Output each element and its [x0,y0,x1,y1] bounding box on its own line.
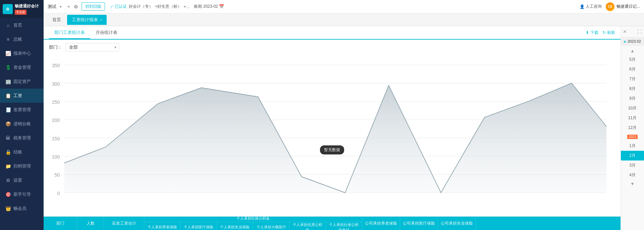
tab-close-icon[interactable]: × [100,18,102,22]
home-icon: ⌂ [5,22,11,28]
topbar-period-label: 账期 2023-02 📅 [194,4,224,9]
close-period-icon: 🔒 [5,149,11,155]
right-panel-header: ✕ ⛶ [621,26,644,37]
filter-bar: 部门： 全部 销售部 财务部 行政部 技术部 ▾ [44,40,621,55]
chart-tooltip: 暂无数据 [320,145,344,154]
right-panel: ✕ ⛶ ◈ 2023.02 ▲ 5月 6月 7月 8月 9月 10月 11月 1… [621,26,644,230]
home-tab-label: 首页 [52,17,61,23]
month-6[interactable]: 6月 [621,64,644,74]
topbar-actions: ＋ ⚙ [66,4,78,10]
month-9[interactable]: 9月 [621,94,644,103]
col-personal-pension: 个人承担养老保险 [144,222,180,230]
reports-icon: 📈 [5,51,11,56]
refresh-icon: ↻ [602,30,606,35]
col-count: 人数 [77,217,104,230]
subtab-dept[interactable]: 部门工资统计表 [49,27,90,39]
guide-icon: 🎯 [5,192,11,197]
table-footer: 部门 人数 应发工资合计 个人承担社保公积金 个人承担养老保险 个人承担医疗保险… [44,217,621,230]
salary-icon: 📋 [5,93,11,98]
app-logo-icon: 会 [3,4,13,14]
dept-select[interactable]: 全部 销售部 财务部 行政部 技术部 [65,43,119,51]
year-badge: 2023 [627,135,637,139]
col-total-salary: 应发工资合计 [104,217,144,230]
user-menu[interactable]: CE 畅捷通日记... [606,2,640,11]
help-icon: 👤 [580,4,585,9]
main-area: 测试 ▾ ＋ ⚙ 切到旧版 ✓ 已认证 好会计（专） +好生意（标） +... … [44,0,644,230]
sidebar-item-invoice[interactable]: 🧾 发票管理 [0,103,44,117]
svg-text:300: 300 [52,81,60,86]
sidebar-item-salary[interactable]: 📋 工资 [0,89,44,103]
month-2[interactable]: 2月 [621,151,644,160]
username-label: 畅捷通日记... [616,4,640,9]
month-7[interactable]: 7月 [621,74,644,84]
topbar-settings-icon[interactable]: ⚙ [74,4,78,9]
content-area: 部门工资统计表 月份统计表 ⬇ 下载 ↻ 刷新 [44,26,621,230]
topbar-dropdown-arrow[interactable]: ▾ [60,4,62,9]
month-5[interactable]: 5月 [621,55,644,64]
chart-area: 350 300 250 200 150 100 50 0 [44,55,621,217]
date-icon: ◈ [624,40,626,43]
help-btn[interactable]: 👤 人工咨询 [580,4,602,9]
sidebar-item-sales[interactable]: 📦 进销台账 [0,117,44,131]
sidebar-item-reports[interactable]: 📈 报表中心 [0,46,44,60]
month-8[interactable]: 8月 [621,84,644,94]
topbar: 测试 ▾ ＋ ⚙ 切到旧版 ✓ 已认证 好会计（专） +好生意（标） +... … [44,0,644,13]
col-company-unemployment: 公司承担失业保险 [438,217,476,230]
tabbar: 首页 工资统计报表 × [44,13,644,26]
topbar-right: 👤 人工咨询 CE 畅捷通日记... [580,2,640,11]
app-logo-text: 畅捷通好会计 专业版 [15,3,39,15]
subtab-actions: ⬇ 下载 ↻ 刷新 [586,30,615,36]
topbar-tags: ✓ 已认证 好会计（专） +好生意（标） +... [110,4,189,9]
month-10[interactable]: 10月 [621,103,644,113]
svg-text:350: 350 [52,63,60,68]
svg-text:250: 250 [52,99,60,105]
col-personal-major-medical: 个人承担大额医疗 [253,222,289,230]
tab-salary-report[interactable]: 工资统计报表 × [67,15,107,25]
sidebar-item-home[interactable]: ⌂ 首页 [0,18,44,32]
archive-icon: 📁 [5,164,11,169]
month-12[interactable]: 12月 [621,123,644,133]
ledger-icon: ≡ [5,37,11,42]
col-personal-housing: 个人承担住房公积金 [289,222,326,230]
sidebar-item-member[interactable]: 👑 畅会员 [0,201,44,216]
invoice-icon: 🧾 [5,107,11,112]
month-4[interactable]: 4月 [621,170,644,180]
sidebar-item-tax[interactable]: 🏛 税务管理 [0,131,44,145]
svg-text:200: 200 [52,118,60,123]
salary-tab-label: 工资统计报表 [72,17,98,23]
col-personal-medical: 个人承担医疗保险 [180,222,217,230]
month-11[interactable]: 11月 [621,113,644,123]
tab-home[interactable]: 首页 [48,15,66,25]
subtab-monthly[interactable]: 月份统计表 [90,27,123,39]
sidebar-item-assets[interactable]: 🏢 固定资产 [0,75,44,89]
dept-filter-wrap: 全部 销售部 财务部 行政部 技术部 ▾ [65,43,119,51]
sidebar-logo: 会 畅捷通好会计 专业版 [0,0,44,18]
sidebar-item-funds[interactable]: 💲 资金管理 [0,60,44,75]
svg-text:50: 50 [55,172,60,178]
col-personal-unemployment: 个人承担失业保险 [217,222,253,230]
sidebar-item-archive[interactable]: 📁 归档管理 [0,159,44,173]
right-panel-close-btn[interactable]: ✕ [623,29,627,34]
nav-up-btn[interactable]: ▲ [621,47,644,55]
area-chart: 350 300 250 200 150 100 50 0 [49,58,615,213]
sidebar-item-close[interactable]: 🔒 结账 [0,145,44,159]
col-company-pension: 公司承担养老保险 [362,217,400,230]
topbar-add-icon[interactable]: ＋ [66,4,71,10]
month-1[interactable]: 1月 [621,141,644,151]
sidebar-item-guide[interactable]: 🎯 新手引导 [0,187,44,201]
tag1: 好会计（专） [129,4,153,9]
month-3[interactable]: 3月 [621,160,644,170]
content-wrapper: 部门工资统计表 月份统计表 ⬇ 下载 ↻ 刷新 [44,26,644,230]
topbar-title: 测试 [48,4,56,10]
sidebar-item-ledger[interactable]: ≡ 总账 [0,32,44,46]
right-panel-expand-btn[interactable]: ⛶ [637,29,642,34]
switch-to-old-btn[interactable]: 切到旧版 [82,2,105,11]
nav-down-btn[interactable]: ▼ [621,180,644,188]
right-panel-nav: ▲ 5月 6月 7月 8月 9月 10月 11月 12月 2023 1月 2月 … [621,46,644,189]
col-dept: 部门 [44,217,77,230]
svg-text:0: 0 [57,190,60,196]
download-btn[interactable]: ⬇ 下载 [586,30,598,36]
sidebar: 会 畅捷通好会计 专业版 ⌂ 首页 ≡ 总账 📈 报表中心 💲 资金管理 🏢 固… [0,0,44,230]
refresh-btn[interactable]: ↻ 刷新 [602,30,615,36]
sidebar-item-settings[interactable]: ⚙ 设置 [0,173,44,187]
